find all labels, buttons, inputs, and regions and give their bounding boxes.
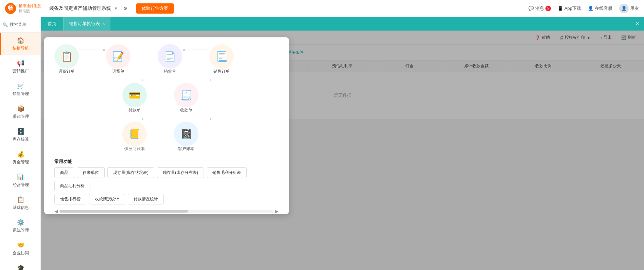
- user-area[interactable]: 👤 用友: [619, 4, 639, 13]
- logo-icon: 畅: [5, 3, 16, 14]
- sidebar-item-base[interactable]: 📋 基础信息: [0, 192, 40, 215]
- func-btn-product[interactable]: 商品: [54, 167, 74, 178]
- operation-icon: 📊: [17, 173, 24, 181]
- search-menu-button[interactable]: 🔍 搜索菜单: [3, 20, 38, 29]
- sidebar-item-operation-label: 经营管理: [13, 182, 29, 188]
- flow-node-receipt[interactable]: 🧾 收款单: [174, 83, 198, 113]
- logo-area: 畅 畅康通好生意标准版: [5, 3, 46, 14]
- func-btn-sales-rank[interactable]: 销售排行榜: [54, 194, 86, 204]
- sidebar-item-purchase[interactable]: 📦 采购管理: [0, 101, 40, 124]
- purchase-bill-circle: 📝: [106, 44, 130, 69]
- purchase-icon: 📦: [17, 105, 24, 112]
- avatar: 👤: [619, 4, 629, 13]
- home-icon: 🏠: [17, 37, 24, 44]
- customer-ledger-label: 客户账本: [178, 146, 194, 152]
- message-btn[interactable]: 💬 消息 5: [528, 5, 551, 12]
- scroll-left-arrow[interactable]: ◀: [54, 209, 58, 214]
- sidebar-item-finance-label: 资金管理: [13, 159, 29, 165]
- receipt-icon: 🧾: [180, 90, 192, 101]
- sidebar-item-sales[interactable]: 🛒 销售管理: [0, 78, 40, 101]
- sidebar-item-marketing[interactable]: 📢 营销推广: [0, 55, 40, 78]
- sidebar-item-collab[interactable]: 🤝 企业协同: [0, 237, 40, 260]
- flow-node-sales-order[interactable]: 📃 销售订单: [209, 44, 234, 74]
- sidebar-item-base-label: 基础信息: [13, 205, 29, 211]
- sidebar: 🔍 搜索菜单 🏠 快捷导航 📢 营销推广 🛒 销售管理 📦 采购管理 🗄️ 库存…: [0, 17, 41, 270]
- purchase-order-circle: 📋: [54, 44, 79, 69]
- flow-node-sales-bill[interactable]: 📄 销货单: [158, 44, 182, 74]
- system-dropdown-arrow[interactable]: ▼: [114, 6, 118, 11]
- guide-icon: 🎓: [17, 264, 24, 270]
- popup-scrollbar: ◀ ▶: [54, 209, 279, 214]
- flow-diagram: 📋 进货订单 ▶: [54, 44, 279, 155]
- sidebar-item-guide[interactable]: 🎓 新手引导: [0, 260, 40, 270]
- scroll-right-arrow[interactable]: ▶: [275, 209, 279, 214]
- sidebar-item-system[interactable]: ⚙️ 系统管理: [0, 215, 40, 237]
- customer-ledger-icon: 📓: [180, 128, 192, 140]
- search-menu-label: 搜索菜单: [10, 22, 26, 28]
- flow-row-3: 📒 供应商账本 📓 客户账本: [54, 122, 279, 152]
- online-service-btn[interactable]: 👤 在线客服: [588, 5, 612, 12]
- sidebar-item-purchase-label: 采购管理: [13, 114, 29, 120]
- tab-sales-order-label: 销售订单执行表: [69, 21, 100, 27]
- func-btn-stock-status[interactable]: 现存量(库存状况表): [107, 167, 154, 178]
- sidebar-item-quick[interactable]: 🏠 快捷导航: [0, 33, 40, 55]
- sales-order-label: 销售订单: [213, 69, 230, 74]
- purchase-order-label: 进货订单: [58, 69, 75, 74]
- flow-node-payment[interactable]: 💳 付款单: [122, 83, 147, 113]
- collab-icon: 🤝: [17, 241, 24, 249]
- system-name: 装备及固定资产辅助管理系统: [49, 5, 111, 12]
- sidebar-item-collab-label: 企业协同: [13, 250, 29, 256]
- sidebar-item-sales-label: 销售管理: [13, 91, 29, 97]
- common-func-title: 常用功能: [54, 159, 279, 165]
- sidebar-item-finance[interactable]: 💰 资金管理: [0, 146, 40, 169]
- sidebar-item-operation[interactable]: 📊 经营管理: [0, 169, 40, 192]
- func-btn-partner[interactable]: 往来单位: [77, 167, 105, 178]
- flow-row-arrows-2: ↓ ↓: [54, 116, 279, 121]
- page-area: ❓ 帮助 🖨 按模板打印 ▼ ↑ 导出 🔄 刷新 — 📅 单据状态: [41, 31, 644, 270]
- tab-close-right[interactable]: ×: [636, 21, 644, 27]
- tab-sales-order[interactable]: 销售订单执行表 ×: [64, 17, 110, 31]
- flow-node-purchase-order[interactable]: 📋 进货订单: [54, 44, 79, 74]
- func-btn-product-profit[interactable]: 商品毛利分析: [54, 181, 90, 191]
- flow-node-customer-ledger[interactable]: 📓 客户账本: [174, 122, 198, 152]
- sales-bill-circle: 📄: [158, 44, 182, 69]
- func-btn-payment-stat[interactable]: 付款情况统计: [128, 194, 164, 204]
- sales-bill-icon: 📄: [164, 51, 176, 62]
- app-download-label: App下载: [564, 5, 581, 12]
- flow-row-2: 💳 付款单 🧾 收款单: [54, 83, 279, 113]
- payment-circle: 💳: [122, 83, 147, 107]
- arrow-down-1: ↓: [122, 77, 163, 82]
- top-header: 畅 畅康通好生意标准版 装备及固定资产辅助管理系统 ▼ ⚙ 体验行业方案 💬 消…: [0, 0, 644, 17]
- popup-overlay[interactable]: 📋 进货订单 ▶: [41, 31, 644, 270]
- message-badge: 5: [545, 6, 551, 11]
- flow-node-purchase-bill[interactable]: 📝 进货单: [106, 44, 130, 74]
- tab-close-icon[interactable]: ×: [103, 21, 105, 26]
- sidebar-search-area: 🔍 搜索菜单: [0, 17, 40, 33]
- arrow-down-4: ↓: [190, 116, 231, 121]
- home-tab-label: 首页: [48, 21, 56, 27]
- system-title-area: 装备及固定资产辅助管理系统 ▼ ⚙ 体验行业方案: [49, 3, 528, 14]
- flow-node-supplier-ledger[interactable]: 📒 供应商账本: [122, 122, 147, 152]
- search-icon: 🔍: [3, 22, 8, 27]
- scroll-track[interactable]: [59, 210, 274, 213]
- base-icon: 📋: [17, 196, 24, 203]
- user-name: 用友: [630, 5, 639, 12]
- experience-button[interactable]: 体验行业方案: [136, 3, 174, 14]
- tab-bar: 首页 销售订单执行表 × ×: [41, 17, 644, 31]
- supplier-ledger-circle: 📒: [122, 122, 147, 146]
- func-btn-receipt-stat[interactable]: 收款情况统计: [89, 194, 125, 204]
- func-btn-stock-dist[interactable]: 现存量(库存分布表): [157, 167, 204, 178]
- flow-row-1: 📋 进货订单 ▶: [54, 44, 279, 74]
- header-right: 💬 消息 5 📱 App下载 👤 在线客服 👤 用友: [528, 4, 639, 13]
- sales-bill-label: 销货单: [164, 69, 176, 74]
- finance-icon: 💰: [17, 150, 24, 158]
- message-label: 消息: [535, 5, 544, 12]
- sidebar-item-inventory[interactable]: 🗄️ 库存核算: [0, 124, 40, 146]
- payment-label: 付款单: [128, 107, 141, 113]
- tab-home[interactable]: 首页: [41, 17, 64, 31]
- arrow-down-3: ↓: [122, 116, 163, 121]
- func-btn-sales-profit[interactable]: 销售毛利分析表: [207, 167, 247, 178]
- arrow-down-2: ↓: [190, 77, 231, 82]
- gear-button[interactable]: ⚙: [121, 4, 130, 13]
- app-download-btn[interactable]: 📱 App下载: [558, 5, 581, 12]
